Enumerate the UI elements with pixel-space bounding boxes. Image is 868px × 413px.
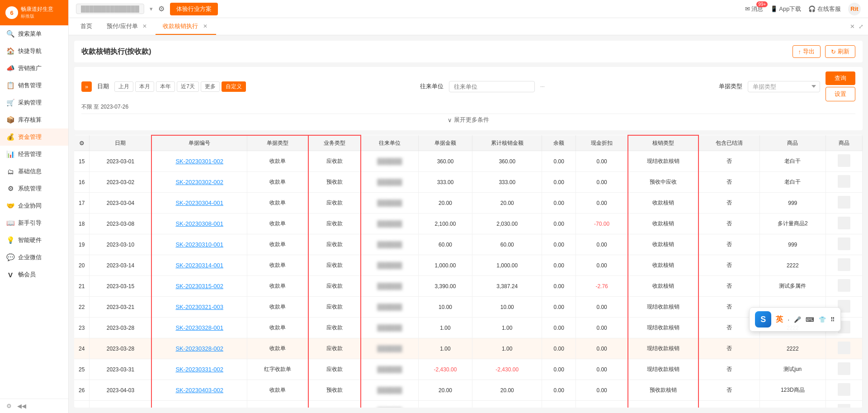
marketing-icon: 📣 — [6, 64, 14, 72]
ime-mic-icon[interactable]: 🎤 — [794, 316, 801, 323]
bill-no-link[interactable]: SK-20230302-002 — [175, 179, 223, 185]
system-icon: ⚙ — [6, 185, 14, 193]
sidebar-item-marketing[interactable]: 📣 营销推广 — [0, 60, 68, 77]
message-btn[interactable]: ✉ 消息 99+ — [745, 5, 764, 13]
bill-no-link[interactable]: SK-20230304-001 — [175, 199, 223, 206]
ime-keyboard-icon[interactable]: ⌨ — [806, 316, 814, 323]
sidebar-item-search[interactable]: 🔍 搜索菜单 — [0, 25, 68, 43]
tab-home[interactable]: 首页 — [73, 19, 99, 35]
bill-no-link[interactable]: SK-20230328-002 — [175, 345, 223, 352]
bill-no-link[interactable]: SK-20230301-002 — [175, 158, 223, 165]
row-biztype: 应收款 — [308, 401, 361, 408]
sidebar-item-guide[interactable]: 📖 新手引导 — [0, 214, 68, 232]
row-discount: 0.00 — [576, 255, 628, 276]
row-date: 2023-03-10 — [90, 234, 152, 255]
topbar-dropdown-icon[interactable]: ▾ — [150, 5, 153, 12]
tab-verify-close[interactable]: ✕ — [202, 23, 209, 30]
gear-icon[interactable]: ⚙ — [79, 140, 85, 147]
col-balance-header: 余额 — [542, 135, 576, 151]
row-verified: 20.00 — [472, 380, 542, 401]
row-product2 — [826, 359, 862, 380]
tab-payable-close[interactable]: ✕ — [141, 23, 148, 30]
export-btn[interactable]: ↑ 导出 — [793, 45, 821, 58]
bill-no-link[interactable]: SK-20230314-001 — [175, 262, 223, 269]
tab-verify[interactable]: 收款核销执行 ✕ — [156, 19, 216, 35]
sidebar-item-purchase[interactable]: 🛒 采购管理 — [0, 94, 68, 111]
expand-more-btn[interactable]: ∨ 展开更多条件 — [81, 114, 855, 126]
more-date-btn[interactable]: 更多 — [201, 81, 220, 92]
sidebar-item-system[interactable]: ⚙ 系统管理 — [0, 180, 68, 197]
user-avatar[interactable]: Rit — [848, 3, 861, 15]
collab-icon: 🤝 — [6, 202, 14, 210]
row-verifytype: 现结收款核销 — [628, 297, 698, 318]
collapse-icon[interactable]: ◀◀ — [17, 403, 26, 409]
partner-more-dots[interactable]: ··· — [540, 83, 545, 90]
row-billtype: 收款单 — [247, 338, 308, 359]
partner-input[interactable] — [449, 81, 535, 92]
last-7days-btn[interactable]: 近7天 — [177, 81, 199, 92]
bill-no-link[interactable]: SK-20230321-003 — [175, 304, 223, 310]
col-gear-header[interactable]: ⚙ — [74, 135, 90, 151]
row-balance: 0.00 — [542, 338, 576, 359]
settings-bottom-icon[interactable]: ⚙ — [6, 403, 12, 409]
bill-no-link[interactable]: SK-20230403-002 — [175, 387, 223, 394]
sidebar-item-finance[interactable]: 💰 资金管理 — [0, 128, 68, 146]
row-amount: 20.00 — [418, 193, 472, 214]
this-month-btn[interactable]: 本月 — [135, 81, 154, 92]
settings-btn[interactable]: 设置 — [826, 87, 855, 101]
row-billtype: 红字收款单 — [247, 359, 308, 380]
sidebar-item-collab[interactable]: 🤝 企业协同 — [0, 197, 68, 214]
row-no: 20 — [74, 255, 90, 276]
sidebar-item-wechat[interactable]: 💬 企业微信 — [0, 249, 68, 266]
sidebar-item-basic[interactable]: 🗂 基础信息 — [0, 163, 68, 180]
row-amount: 10.00 — [418, 297, 472, 318]
bill-no-link[interactable]: SK-20230315-002 — [175, 283, 223, 290]
row-verifytype: 现结收款核销 — [628, 318, 698, 338]
row-partner: ██████ — [361, 359, 418, 380]
sidebar-item-inventory[interactable]: 📦 库存核算 — [0, 111, 68, 128]
expand-window-icon[interactable]: ⤢ — [859, 23, 863, 30]
ime-overlay: S 英 · 🎤 ⌨ 👕 ⠿ — [749, 307, 841, 332]
row-verifytype: 现结收款核销 — [628, 338, 698, 359]
row-amount: 100.00 — [418, 401, 472, 408]
bill-no-link[interactable]: SK-20230308-001 — [175, 220, 223, 227]
sales-icon: 📋 — [6, 81, 14, 90]
custom-date-btn[interactable]: 自定义 — [222, 81, 246, 92]
col-verified-header: 累计核销金额 — [472, 135, 542, 151]
query-btn[interactable]: 查询 — [826, 71, 855, 85]
close-all-icon[interactable]: ✕ — [850, 23, 855, 30]
table-wrapper[interactable]: ⚙ 日期 单据编号 单据类型 业务类型 往来单位 单据金额 累计核销金额 余额 … — [74, 135, 863, 408]
app-download-btn[interactable]: 📱 App下载 — [770, 5, 801, 13]
refresh-btn[interactable]: ↻ 刷新 — [825, 45, 855, 58]
bill-no-link[interactable]: SK-20230328-001 — [175, 324, 223, 331]
ime-shirt-icon[interactable]: 👕 — [819, 316, 826, 323]
member-icon: V — [6, 271, 14, 279]
try-industry-btn[interactable]: 体验行业方案 — [170, 3, 218, 15]
product-thumbnail — [838, 279, 850, 292]
sidebar-item-member[interactable]: V 畅会员 — [0, 266, 68, 283]
ime-grid-icon[interactable]: ⠿ — [830, 316, 835, 323]
sidebar-item-operations[interactable]: 📊 经营管理 — [0, 146, 68, 163]
this-year-btn[interactable]: 本年 — [156, 81, 175, 92]
row-billtype: 收款单 — [247, 297, 308, 318]
row-no: 23 — [74, 318, 90, 338]
row-biztype: 应收款 — [308, 234, 361, 255]
address-bar[interactable]: ██████████████ — [76, 4, 144, 14]
bill-no-link[interactable]: SK-20230310-001 — [175, 241, 223, 248]
sidebar-item-hardware[interactable]: 💡 智能硬件 — [0, 232, 68, 249]
online-service-btn[interactable]: 🎧 在线客服 — [808, 5, 841, 13]
main-area: ██████████████ ▾ ⚙ 体验行业方案 ✉ 消息 99+ 📱 App… — [69, 0, 868, 413]
receipt-type-select[interactable]: 单据类型 — [748, 81, 820, 92]
tab-payable[interactable]: 预付/应付单 ✕ — [99, 19, 156, 35]
bill-no-link[interactable]: SK-20230331-002 — [175, 366, 223, 373]
sidebar-item-sales[interactable]: 📋 销售管理 — [0, 77, 68, 94]
sidebar-item-quick[interactable]: 🏠 快捷导航 — [0, 43, 68, 60]
row-balance: 0.00 — [542, 172, 576, 193]
row-amount: 1.00 — [418, 338, 472, 359]
last-month-btn[interactable]: 上月 — [114, 81, 133, 92]
row-discount: 0.00 — [576, 359, 628, 380]
filter-expand-btn[interactable]: » — [81, 81, 92, 92]
sidebar-bottom: ⚙ ◀◀ — [0, 399, 68, 413]
topbar-settings-icon[interactable]: ⚙ — [158, 5, 165, 13]
row-verifytype: 预收款核销 — [628, 380, 698, 401]
